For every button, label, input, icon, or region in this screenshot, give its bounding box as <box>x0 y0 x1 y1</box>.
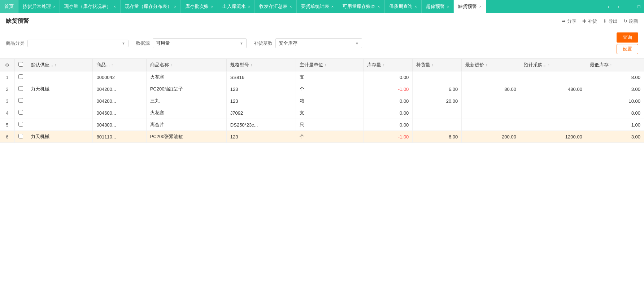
th-est-purchase: 预计采购... ↕ <box>520 59 586 71</box>
row-checkbox[interactable] <box>18 86 23 91</box>
row-stock-qty: 0.00 <box>364 71 413 83</box>
tab-order-stats[interactable]: 要货单统计表× <box>297 0 338 13</box>
settings-button[interactable]: 设置 <box>617 44 638 54</box>
sort-icon-code: ↕ <box>111 63 113 67</box>
category-label: 商品分类 <box>6 40 25 47</box>
tab-inout-flow[interactable]: 出入库流水× <box>218 0 255 13</box>
row-check[interactable] <box>14 83 27 95</box>
row-check[interactable] <box>14 131 27 143</box>
tab-label-available-ledger: 可用量库存账本 <box>343 3 375 10</box>
tab-close-order-stats[interactable]: × <box>331 4 334 9</box>
row-check[interactable] <box>14 95 27 107</box>
tab-close-batch-account[interactable]: × <box>211 4 213 9</box>
page-title: 缺货预警 <box>6 17 29 25</box>
tab-receipt-summary[interactable]: 收发存汇总表× <box>255 0 296 13</box>
replenish-basis-value: 安全库存 <box>279 40 297 47</box>
row-supplier <box>27 119 93 131</box>
row-min-stock: 10.00 <box>586 95 644 107</box>
row-num: 6 <box>0 131 14 143</box>
tab-overstock[interactable]: 超储预警× <box>422 0 454 13</box>
row-min-stock: 3.00 <box>586 83 644 95</box>
data-table: ⚙ 默认供应... ↕ 商品... ↕ <box>0 59 644 143</box>
replenish-basis-label: 补货基数 <box>254 40 273 47</box>
tab-label-home: 首页 <box>4 3 14 10</box>
row-code: 004200... <box>93 95 146 107</box>
row-unit: 箱 <box>296 95 364 107</box>
tab-close-shortage[interactable]: × <box>479 4 481 9</box>
tab-close-inventory-dist[interactable]: × <box>174 4 176 9</box>
row-supplier: 力天机械 <box>27 131 93 143</box>
row-checkbox[interactable] <box>18 98 23 103</box>
replenish-basis-select[interactable]: 安全库存 ▼ <box>275 38 362 48</box>
tab-label-receipt-summary: 收发存汇总表 <box>259 3 287 10</box>
tab-close-available-ledger[interactable]: × <box>378 4 380 9</box>
tab-available-ledger[interactable]: 可用量库存账本× <box>338 0 384 13</box>
table-container: ⚙ 默认供应... ↕ 商品... ↕ <box>0 59 644 143</box>
tab-minimize-btn[interactable]: — <box>624 0 634 13</box>
tab-next-btn[interactable]: › <box>614 0 624 13</box>
tab-shortage[interactable]: 缺货预警× <box>454 0 486 13</box>
row-check[interactable] <box>14 119 27 131</box>
row-latest-price: 200.00 <box>462 131 520 143</box>
row-num: 5 <box>0 119 14 131</box>
th-unit: 主计量单位 ↕ <box>296 59 364 71</box>
sort-icon-price: ↕ <box>486 63 487 67</box>
row-checkbox[interactable] <box>18 134 23 138</box>
row-checkbox[interactable] <box>18 74 23 79</box>
tab-batch-account[interactable]: 库存批次账× <box>181 0 218 13</box>
datasource-select[interactable]: 可用量 ▼ <box>153 38 247 48</box>
tab-close-inout-flow[interactable]: × <box>248 4 250 9</box>
sort-icon-stock: ↕ <box>383 63 384 67</box>
tab-inventory-dist[interactable]: 现存量（库存分布表）× <box>121 0 181 13</box>
row-est-purchase: 1200.00 <box>520 131 586 143</box>
th-settings: ⚙ <box>0 59 14 71</box>
row-name: 火花塞 <box>146 71 226 83</box>
column-settings-icon[interactable]: ⚙ <box>5 62 9 68</box>
tab-close-receipt-summary[interactable]: × <box>290 4 292 9</box>
row-num: 2 <box>0 83 14 95</box>
tab-close-overstock[interactable]: × <box>447 4 449 9</box>
tab-close-inventory-status[interactable]: × <box>113 4 116 9</box>
row-name: PC200张紧油缸 <box>146 131 226 143</box>
query-button[interactable]: 查询 <box>617 32 638 43</box>
share-btn[interactable]: ➦ 分享 <box>562 18 576 25</box>
select-all-checkbox[interactable] <box>18 62 23 67</box>
row-checkbox[interactable] <box>18 122 23 127</box>
category-select[interactable]: ▼ <box>27 40 129 47</box>
row-unit: 只 <box>296 119 364 131</box>
export-label: 导出 <box>608 18 618 25</box>
tab-close-expiry-query[interactable]: × <box>415 4 417 9</box>
tab-bar: 首页拣货异常处理×现存量（库存状况表）×现存量（库存分布表）×库存批次账×出入库… <box>0 0 644 13</box>
row-check[interactable] <box>14 71 27 83</box>
th-latest-price: 最新进价 ↕ <box>462 59 520 71</box>
tab-label-batch-account: 库存批次账 <box>185 3 209 10</box>
datasource-value: 可用量 <box>156 40 170 47</box>
row-checkbox[interactable] <box>18 110 23 115</box>
filter-category-group: 商品分类 ▼ <box>6 40 129 47</box>
row-spec: 123 <box>226 131 296 143</box>
table-row: 5 004800... 离合片 DS250*23c... 只 0.00 1.00 <box>0 119 644 131</box>
th-default-supplier: 默认供应... ↕ <box>27 59 93 71</box>
row-check[interactable] <box>14 107 27 119</box>
th-check <box>14 59 27 71</box>
row-supplier <box>27 107 93 119</box>
tab-inventory-status[interactable]: 现存量（库存状况表）× <box>60 0 120 13</box>
tab-home[interactable]: 首页 <box>0 0 18 13</box>
tab-label-inventory-dist: 现存量（库存分布表） <box>125 3 172 10</box>
row-latest-price: 80.00 <box>462 83 520 95</box>
row-name: 火花塞 <box>146 107 226 119</box>
tab-expiry-query[interactable]: 保质期查询× <box>385 0 422 13</box>
row-supplier <box>27 95 93 107</box>
refresh-btn[interactable]: ↻ 刷新 <box>623 18 638 25</box>
tab-close-exception[interactable]: × <box>53 4 55 9</box>
export-btn[interactable]: ⇓ 导出 <box>603 18 618 25</box>
tab-exception[interactable]: 拣货异常处理× <box>18 0 60 13</box>
tab-prev-btn[interactable]: ‹ <box>604 0 614 13</box>
row-est-purchase <box>520 95 586 107</box>
tab-maximize-btn[interactable]: □ <box>634 0 644 13</box>
replenish-btn[interactable]: ✚ 补货 <box>582 18 597 25</box>
row-min-stock: 1.00 <box>586 119 644 131</box>
replenish-label: 补货 <box>588 18 597 25</box>
row-stock-qty: -1.00 <box>364 131 413 143</box>
refresh-label: 刷新 <box>629 18 638 25</box>
